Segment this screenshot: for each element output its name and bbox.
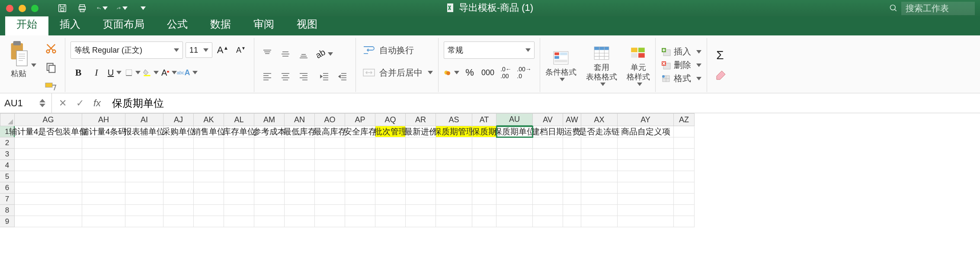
cell-AQ9[interactable] <box>375 216 406 227</box>
cell-AU5[interactable] <box>496 171 533 182</box>
tab-开始[interactable]: 开始 <box>5 14 48 35</box>
tab-公式[interactable]: 公式 <box>156 14 199 35</box>
cell-AI5[interactable] <box>125 171 163 182</box>
tab-数据[interactable]: 数据 <box>199 14 242 35</box>
cell-AN6[interactable] <box>285 182 315 194</box>
cell-AQ3[interactable] <box>375 149 406 160</box>
column-header-AZ[interactable]: AZ <box>674 113 695 126</box>
cell-AV9[interactable] <box>533 216 563 227</box>
cell-AP2[interactable] <box>345 137 375 149</box>
paste-button[interactable] <box>8 40 29 68</box>
increase-indent-button[interactable] <box>335 69 350 84</box>
fill-color-button[interactable] <box>143 65 159 80</box>
cell-AL8[interactable] <box>224 205 254 216</box>
cell-AY9[interactable] <box>618 216 674 227</box>
cell-AX8[interactable] <box>581 205 618 216</box>
cell-AQ1[interactable]: 批次管理 <box>375 126 406 137</box>
cell-AL7[interactable] <box>224 194 254 205</box>
cell-AO5[interactable] <box>315 171 345 182</box>
cell-AU3[interactable] <box>496 149 533 160</box>
cell-AS9[interactable] <box>436 216 472 227</box>
table-format-button[interactable]: 套用 表格格式 <box>586 44 617 86</box>
cell-AX2[interactable] <box>581 137 618 149</box>
cell-AW3[interactable] <box>563 149 581 160</box>
cell-AZ8[interactable] <box>674 205 695 216</box>
cell-AL6[interactable] <box>224 182 254 194</box>
cell-AN8[interactable] <box>285 205 315 216</box>
cell-AH1[interactable]: 辅计量4条码 <box>82 126 125 137</box>
cell-AX7[interactable] <box>581 194 618 205</box>
column-header-AJ[interactable]: AJ <box>163 113 194 126</box>
cell-AU8[interactable] <box>496 205 533 216</box>
row-header-3[interactable]: 3 <box>0 149 15 160</box>
cell-AS7[interactable] <box>436 194 472 205</box>
undo-icon[interactable] <box>96 3 108 14</box>
cell-AK5[interactable] <box>194 171 224 182</box>
column-header-AP[interactable]: AP <box>345 113 375 126</box>
align-right-button[interactable] <box>296 69 311 84</box>
cell-AL4[interactable] <box>224 160 254 171</box>
cell-AT7[interactable] <box>472 194 496 205</box>
align-center-button[interactable] <box>278 69 293 84</box>
cell-AW5[interactable] <box>563 171 581 182</box>
align-left-button[interactable] <box>259 69 275 84</box>
cell-AZ7[interactable] <box>674 194 695 205</box>
autosum-button[interactable]: Σ <box>712 48 728 63</box>
cell-AM7[interactable] <box>254 194 285 205</box>
cell-AH4[interactable] <box>82 160 125 171</box>
cell-AW4[interactable] <box>563 160 581 171</box>
cell-AT6[interactable] <box>472 182 496 194</box>
cell-AK4[interactable] <box>194 160 224 171</box>
row-header-9[interactable]: 9 <box>0 216 15 227</box>
font-color-button[interactable]: A <box>161 65 177 80</box>
tab-审阅[interactable]: 审阅 <box>242 14 285 35</box>
column-header-AN[interactable]: AN <box>285 113 315 126</box>
cell-AR8[interactable] <box>406 205 436 216</box>
cell-AM8[interactable] <box>254 205 285 216</box>
cell-AV4[interactable] <box>533 160 563 171</box>
tab-视图[interactable]: 视图 <box>285 14 329 35</box>
cell-AH8[interactable] <box>82 205 125 216</box>
name-box-stepper[interactable] <box>39 99 47 107</box>
cell-AV6[interactable] <box>533 182 563 194</box>
row-header-2[interactable]: 2 <box>0 137 15 149</box>
cell-AM1[interactable]: 参考成本 <box>254 126 285 137</box>
cell-AP1[interactable]: 安全库存 <box>345 126 375 137</box>
cell-AU4[interactable] <box>496 160 533 171</box>
increase-font-button[interactable]: A▲ <box>215 42 231 58</box>
cell-AM9[interactable] <box>254 216 285 227</box>
row-header-5[interactable]: 5 <box>0 171 15 182</box>
phonetic-button[interactable]: abcA <box>179 65 195 80</box>
align-top-button[interactable] <box>259 46 275 62</box>
cell-AS8[interactable] <box>436 205 472 216</box>
cell-AX4[interactable] <box>581 160 618 171</box>
cell-AQ5[interactable] <box>375 171 406 182</box>
cell-AI4[interactable] <box>125 160 163 171</box>
column-header-AM[interactable]: AM <box>254 113 285 126</box>
cell-AS3[interactable] <box>436 149 472 160</box>
tab-插入[interactable]: 插入 <box>48 14 92 35</box>
cell-AR7[interactable] <box>406 194 436 205</box>
cell-AP8[interactable] <box>345 205 375 216</box>
cell-AQ4[interactable] <box>375 160 406 171</box>
cell-AZ9[interactable] <box>674 216 695 227</box>
cell-AV3[interactable] <box>533 149 563 160</box>
cell-AW2[interactable] <box>563 137 581 149</box>
cell-styles-button[interactable]: 单元 格样式 <box>627 44 650 86</box>
cell-AJ7[interactable] <box>163 194 194 205</box>
cell-AN9[interactable] <box>285 216 315 227</box>
cell-AH2[interactable] <box>82 137 125 149</box>
font-size-combo[interactable]: 11 <box>186 42 212 58</box>
cell-AK9[interactable] <box>194 216 224 227</box>
cell-AP4[interactable] <box>345 160 375 171</box>
cell-AU2[interactable] <box>496 137 533 149</box>
decrease-decimal-button[interactable]: .00→.0 <box>516 65 532 80</box>
cell-AO8[interactable] <box>315 205 345 216</box>
cell-AG8[interactable] <box>15 205 82 216</box>
cell-AJ4[interactable] <box>163 160 194 171</box>
cell-AL3[interactable] <box>224 149 254 160</box>
underline-button[interactable]: U <box>107 65 122 80</box>
format-painter-button[interactable] <box>43 79 59 94</box>
cell-AI9[interactable] <box>125 216 163 227</box>
cell-AR9[interactable] <box>406 216 436 227</box>
